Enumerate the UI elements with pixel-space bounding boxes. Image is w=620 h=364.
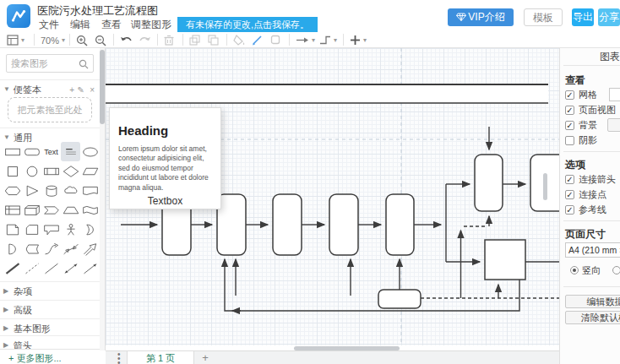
page-setup-button[interactable]: ▾: [7, 34, 24, 46]
square-box[interactable]: [485, 240, 525, 280]
shape-bidirectional-arrow[interactable]: [61, 239, 80, 258]
shape-square[interactable]: [3, 161, 22, 181]
checkbox-background[interactable]: 背景: [565, 119, 597, 131]
checkbox-icon[interactable]: [565, 136, 574, 145]
shape-text[interactable]: Text: [41, 142, 61, 161]
shape-cube[interactable]: [22, 200, 41, 220]
shape-hexagon[interactable]: [3, 181, 22, 200]
shape-textbox[interactable]: [61, 142, 80, 161]
pages-menu-icon[interactable]: •••: [117, 352, 121, 364]
process-box-5[interactable]: [386, 194, 414, 255]
checkbox-shadow[interactable]: 阴影: [565, 134, 597, 146]
shape-note[interactable]: [3, 220, 22, 239]
shape-diamond[interactable]: [61, 161, 80, 181]
shape-process[interactable]: [41, 161, 61, 181]
shape-cloud[interactable]: [61, 181, 80, 200]
shadow-button[interactable]: [270, 34, 281, 46]
shape-rounded-rectangle[interactable]: [22, 142, 41, 161]
process-box-4[interactable]: [329, 194, 358, 255]
export-button[interactable]: 导出: [572, 8, 594, 26]
double-line-band[interactable]: [106, 84, 548, 103]
radio-portrait[interactable]: 竖向: [570, 264, 601, 276]
share-button[interactable]: 分享: [598, 8, 620, 26]
small-rounded-box[interactable]: [378, 290, 421, 308]
shape-trapezoid[interactable]: [61, 200, 80, 220]
shape-ellipse[interactable]: [80, 142, 100, 161]
delete-button[interactable]: [164, 34, 174, 46]
radio-icon[interactable]: [570, 266, 579, 274]
clear-default-style-button[interactable]: 清除默认样式: [565, 311, 620, 324]
line-color-button[interactable]: [252, 34, 264, 46]
shape-curve[interactable]: [41, 239, 61, 258]
zoom-out-button[interactable]: [95, 34, 106, 46]
shape-cylinder[interactable]: [41, 181, 61, 200]
undo-button[interactable]: [120, 34, 133, 46]
grid-size-input[interactable]: [609, 88, 620, 101]
vip-button[interactable]: VIP介绍: [448, 8, 514, 26]
checkbox-icon[interactable]: [565, 106, 574, 115]
section-basic-shapes[interactable]: ▶ 基本图形: [0, 318, 100, 337]
shape-parallelogram[interactable]: [80, 161, 100, 181]
shape-actor[interactable]: [61, 220, 80, 239]
checkbox-connection-points[interactable]: 连接点: [565, 188, 606, 200]
scratchpad-section-header[interactable]: ▼ 便签本 + ✎ ×: [0, 79, 100, 98]
shape-data-storage[interactable]: [22, 239, 41, 258]
document-title[interactable]: 医院污水处理工艺流程图: [37, 3, 158, 19]
shape-arrow[interactable]: [80, 239, 100, 258]
page-tab-1[interactable]: 第 1 页: [127, 351, 194, 364]
bring-to-front-button[interactable]: [189, 34, 200, 46]
shape-bidirectional-connector[interactable]: [61, 258, 80, 278]
shape-and[interactable]: [3, 239, 22, 258]
shape-tape[interactable]: [80, 200, 100, 220]
checkbox-icon[interactable]: [565, 90, 574, 100]
search-input[interactable]: [11, 55, 80, 72]
shape-link[interactable]: [3, 258, 22, 278]
scratchpad-dropzone[interactable]: 把元素拖至此处: [8, 97, 92, 122]
menu-arrange[interactable]: 调整图形: [131, 18, 171, 32]
process-box-2[interactable]: [217, 194, 246, 255]
canvas-horizontal-scrollbar[interactable]: [294, 346, 400, 350]
canvas-vertical-scrollbar[interactable]: [543, 173, 547, 200]
shape-dashed-link[interactable]: [22, 258, 41, 278]
radio-landscape[interactable]: 横向: [612, 264, 620, 276]
checkbox-icon[interactable]: [565, 190, 574, 199]
send-to-back-button[interactable]: [208, 34, 219, 46]
app-logo-icon[interactable]: [7, 4, 30, 28]
process-box-3[interactable]: [273, 194, 302, 255]
zoom-level-dropdown[interactable]: 70% ▾: [41, 34, 65, 46]
checkbox-icon[interactable]: [565, 121, 574, 130]
edit-data-button[interactable]: 编辑数据...: [565, 295, 620, 308]
checkbox-icon[interactable]: [565, 175, 574, 184]
checkbox-connection-arrows[interactable]: 连接箭头: [565, 173, 616, 185]
redo-button[interactable]: [139, 34, 151, 46]
section-advanced[interactable]: ▶ 高级: [0, 300, 100, 318]
shape-or[interactable]: [80, 220, 100, 239]
shape-triangle[interactable]: [22, 181, 41, 200]
shape-step[interactable]: [41, 200, 61, 220]
sidebar-scrollbar-thumb[interactable]: [100, 50, 105, 124]
shape-rectangle[interactable]: [3, 142, 22, 161]
shape-card[interactable]: [22, 220, 41, 239]
section-misc[interactable]: ▶ 杂项: [0, 281, 100, 300]
shape-circle[interactable]: [22, 161, 41, 181]
shape-internal-storage[interactable]: [3, 200, 22, 220]
shape-line[interactable]: [41, 258, 61, 278]
menu-file[interactable]: 文件: [39, 18, 59, 32]
background-image-button[interactable]: [607, 118, 620, 132]
shape-search-box[interactable]: [6, 54, 94, 73]
process-boxes[interactable]: [162, 155, 559, 308]
checkbox-page-view[interactable]: 页面视图: [565, 104, 616, 116]
menu-view[interactable]: 查看: [101, 18, 122, 32]
more-shapes-button[interactable]: + 更多图形...: [0, 349, 100, 364]
diagram-canvas[interactable]: Heading Lorem ipsum dolor sit amet, cons…: [106, 48, 559, 345]
process-box-6[interactable]: [475, 155, 503, 211]
connection-arrow-dropdown[interactable]: ▾: [296, 34, 315, 46]
template-button[interactable]: 模板: [524, 8, 563, 26]
tab-diagram[interactable]: 图表: [563, 48, 620, 66]
page-size-select[interactable]: A4 (210 mm × 297 mm): [565, 242, 620, 258]
add-page-button[interactable]: +: [199, 351, 212, 364]
sidebar-scrollbar[interactable]: [100, 48, 105, 350]
checkbox-icon[interactable]: [565, 205, 574, 215]
radio-icon[interactable]: [612, 266, 620, 274]
zoom-in-button[interactable]: [76, 34, 88, 46]
